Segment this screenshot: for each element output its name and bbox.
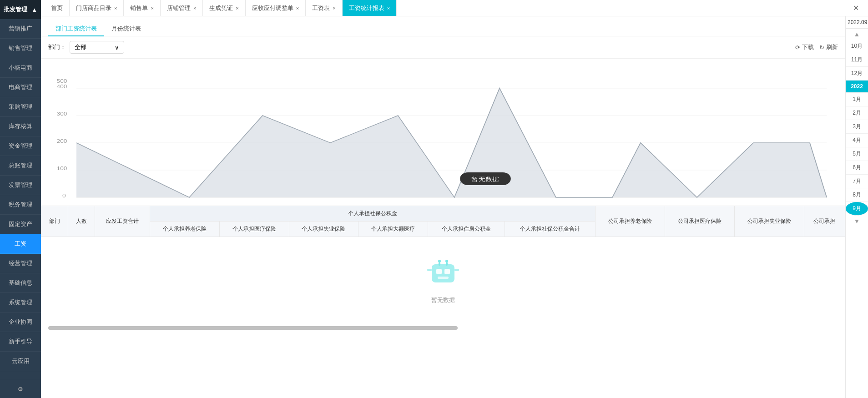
sidebar-collapse-icon: ▲: [31, 6, 37, 13]
col-personal-total: 个人承担社保公积金合计: [505, 222, 595, 237]
tab-close-门店商品目录[interactable]: ×: [114, 5, 117, 11]
dept-select[interactable]: 全部 ∨: [70, 41, 124, 54]
svg-text:300: 300: [57, 111, 67, 116]
sub-tab-月份统计表[interactable]: 月份统计表: [104, 22, 148, 36]
sub-tab-部门工资统计表[interactable]: 部门工资统计表: [48, 22, 104, 36]
date-item-7[interactable]: 7月: [846, 175, 868, 188]
tab-生成凭证[interactable]: 生成凭证×: [203, 0, 245, 16]
sidebar-item-小畅电商[interactable]: 小畅电商: [0, 58, 41, 78]
sidebar-item-总账管理[interactable]: 总账管理: [0, 156, 41, 176]
tab-close-工资表[interactable]: ×: [333, 5, 335, 11]
svg-rect-16: [444, 269, 450, 274]
tab-应收应付调整单[interactable]: 应收应付调整单×: [246, 0, 306, 16]
sidebar-item-税务管理[interactable]: 税务管理: [0, 195, 41, 215]
date-item-9[interactable]: 9月: [846, 202, 868, 216]
col-personal-housing: 个人承担住房公积金: [428, 222, 505, 237]
date-panel: 2022.09 ▲ 10月 11月 12月 2022 1月 2月 3月 4月 5…: [845, 16, 868, 398]
svg-point-21: [445, 260, 448, 262]
horizontal-scrollbar[interactable]: [48, 326, 458, 330]
date-item-11[interactable]: 11月: [846, 53, 868, 67]
date-item-5[interactable]: 5月: [846, 147, 868, 161]
sidebar-item-资金管理[interactable]: 资金管理: [0, 136, 41, 156]
date-item-1[interactable]: 1月: [846, 93, 868, 106]
svg-text:暂无数据: 暂无数据: [471, 176, 500, 182]
date-item-8[interactable]: 8月: [846, 188, 868, 202]
tab-首页[interactable]: 首页: [45, 0, 70, 16]
sidebar-item-固定资产[interactable]: 固定资产: [0, 215, 41, 234]
tab-工资统计报表[interactable]: 工资统计报表×: [343, 0, 397, 16]
sub-tabs: 部门工资统计表月份统计表: [41, 16, 845, 36]
download-icon: ⟳: [795, 44, 800, 51]
tab-工资表[interactable]: 工资表×: [306, 0, 342, 16]
date-item-10[interactable]: 10月: [846, 40, 868, 53]
tab-店铺管理[interactable]: 店铺管理×: [161, 0, 203, 16]
refresh-button[interactable]: ↻ 刷新: [819, 43, 838, 51]
main-area: 首页门店商品目录×销售单×店铺管理×生成凭证×应收应付调整单×工资表×工资统计报…: [41, 0, 868, 398]
sidebar-item-电商管理[interactable]: 电商管理: [0, 78, 41, 97]
sidebar-item-新手引导[interactable]: 新手引导: [0, 332, 41, 352]
sidebar-header[interactable]: 批发管理 ▲: [0, 0, 41, 19]
col-company-pension: 公司承担养老保险: [595, 206, 665, 237]
svg-point-20: [438, 260, 441, 262]
svg-rect-18: [439, 262, 440, 266]
sidebar-item-系统管理[interactable]: 系统管理: [0, 293, 41, 312]
svg-rect-19: [446, 262, 448, 266]
date-nav-down[interactable]: ▼: [846, 216, 868, 227]
dept-value: 全部: [75, 43, 86, 51]
date-item-4[interactable]: 4月: [846, 134, 868, 147]
tab-close-店铺管理[interactable]: ×: [193, 5, 196, 11]
col-company-more: 公司承担: [804, 206, 845, 237]
date-item-12[interactable]: 12月: [846, 67, 868, 81]
col-personal-medical: 个人承担医疗保险: [219, 222, 289, 237]
sidebar-item-销售管理[interactable]: 销售管理: [0, 39, 41, 58]
download-button[interactable]: ⟳ 下载: [795, 43, 814, 51]
col-personal-large-medical: 个人承担大额医疗: [358, 222, 428, 237]
col-dept: 部门: [41, 206, 68, 237]
sidebar: 批发管理 ▲ 营销推广销售管理小畅电商电商管理采购管理库存核算资金管理总账管理发…: [0, 0, 41, 398]
toolbar-right: ⟳ 下载 ↻ 刷新: [795, 43, 838, 51]
col-personal-unemployment: 个人承担失业保险: [289, 222, 358, 237]
tab-销售单[interactable]: 销售单×: [124, 0, 160, 16]
svg-text:500: 500: [57, 78, 67, 84]
date-item-6[interactable]: 6月: [846, 161, 868, 175]
sidebar-item-经营管理[interactable]: 经营管理: [0, 254, 41, 273]
svg-rect-15: [436, 269, 442, 274]
date-item-3[interactable]: 3月: [846, 120, 868, 134]
empty-robot-icon: [425, 255, 461, 292]
sidebar-item-工资[interactable]: 工资: [0, 234, 41, 254]
sidebar-item-云应用[interactable]: 云应用: [0, 352, 41, 371]
table-wrapper: 部门 人数 应发工资合计 个人承担社保公积金 公司承担养老保险 公司承担医疗保险…: [41, 206, 845, 398]
svg-rect-22: [427, 269, 432, 271]
toolbar: 部门： 全部 ∨ ⟳ 下载 ↻ 刷新: [41, 36, 845, 59]
tab-门店商品目录[interactable]: 门店商品目录×: [70, 0, 124, 16]
col-personal-pension: 个人承担养老保险: [150, 222, 219, 237]
svg-text:400: 400: [57, 84, 67, 89]
sidebar-item-发票管理[interactable]: 发票管理: [0, 176, 41, 195]
tab-close-销售单[interactable]: ×: [151, 5, 153, 11]
date-year-2022[interactable]: 2022: [846, 81, 868, 93]
refresh-icon: ↻: [819, 44, 824, 51]
col-group-personal: 个人承担社保公积金: [150, 206, 595, 222]
sidebar-item-采购管理[interactable]: 采购管理: [0, 97, 41, 117]
tab-close-应收应付调整单[interactable]: ×: [296, 5, 299, 11]
dept-label: 部门：: [48, 43, 66, 51]
sidebar-footer-settings[interactable]: ⚙: [0, 380, 41, 398]
toolbar-left: 部门： 全部 ∨: [48, 41, 124, 54]
date-nav-up[interactable]: ▲: [846, 29, 868, 40]
sidebar-item-营销推广[interactable]: 营销推广: [0, 19, 41, 39]
sidebar-item-基础信息[interactable]: 基础信息: [0, 273, 41, 293]
col-total-wage: 应发工资合计: [95, 206, 150, 237]
tab-close-工资统计报表[interactable]: ×: [387, 5, 390, 11]
data-table: 部门 人数 应发工资合计 个人承担社保公积金 公司承担养老保险 公司承担医疗保险…: [41, 206, 845, 237]
chart-svg: 0 100 200 300 400 500: [48, 63, 838, 200]
date-panel-current[interactable]: 2022.09: [846, 16, 868, 29]
tab-bar: 首页门店商品目录×销售单×店铺管理×生成凭证×应收应付调整单×工资表×工资统计报…: [41, 0, 868, 16]
sidebar-item-企业协同[interactable]: 企业协同: [0, 312, 41, 332]
dept-dropdown-icon: ∨: [115, 44, 119, 51]
close-all-button[interactable]: ✕: [851, 3, 861, 13]
sidebar-title: 批发管理: [4, 5, 27, 14]
chart-wrapper: 0 100 200 300 400 500: [41, 59, 845, 206]
date-item-2[interactable]: 2月: [846, 106, 868, 120]
tab-close-生成凭证[interactable]: ×: [236, 5, 238, 11]
sidebar-item-库存核算[interactable]: 库存核算: [0, 117, 41, 136]
